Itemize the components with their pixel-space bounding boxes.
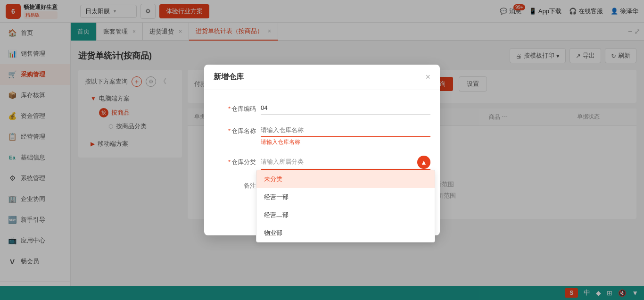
name-input[interactable]: [261, 124, 430, 137]
category-item-dept2[interactable]: 经营二部: [256, 206, 435, 224]
code-input[interactable]: [261, 101, 430, 115]
category-field-row: *仓库分类 请输入所属分类 ▲ 未分类 经营一部 经营二部 物业部: [214, 155, 430, 170]
category-select-button[interactable]: 请输入所属分类: [261, 155, 430, 170]
code-label: *仓库编码: [214, 101, 256, 113]
modal-overlay: 新增仓库 × *仓库编码 *仓库名称 请输入仓库名称: [0, 0, 644, 300]
modal-title: 新增仓库: [214, 72, 244, 82]
category-arrow-icon[interactable]: ▲: [417, 156, 430, 169]
code-field-row: *仓库编码: [214, 101, 430, 115]
modal-header: 新增仓库 ×: [204, 65, 440, 90]
category-label: *仓库分类: [214, 155, 256, 167]
remark-label: 备注: [214, 178, 256, 190]
new-warehouse-modal: 新增仓库 × *仓库编码 *仓库名称 请输入仓库名称: [204, 65, 440, 235]
category-control: 请输入所属分类 ▲ 未分类 经营一部 经营二部 物业部: [261, 155, 430, 170]
category-item-property[interactable]: 物业部: [256, 224, 435, 242]
category-placeholder: 请输入所属分类: [261, 158, 304, 166]
name-error: 请输入仓库名称: [261, 138, 430, 146]
name-control: 请输入仓库名称: [261, 124, 430, 146]
name-field-row: *仓库名称 请输入仓库名称: [214, 124, 430, 146]
name-label: *仓库名称: [214, 124, 256, 135]
modal-close-icon[interactable]: ×: [425, 72, 430, 82]
modal-body: *仓库编码 *仓库名称 请输入仓库名称 *仓库分类: [204, 90, 440, 204]
code-control: [261, 101, 430, 115]
category-dropdown: 未分类 经营一部 经营二部 物业部: [256, 170, 435, 242]
category-item-uncategorized[interactable]: 未分类: [256, 170, 435, 188]
category-item-dept1[interactable]: 经营一部: [256, 188, 435, 206]
